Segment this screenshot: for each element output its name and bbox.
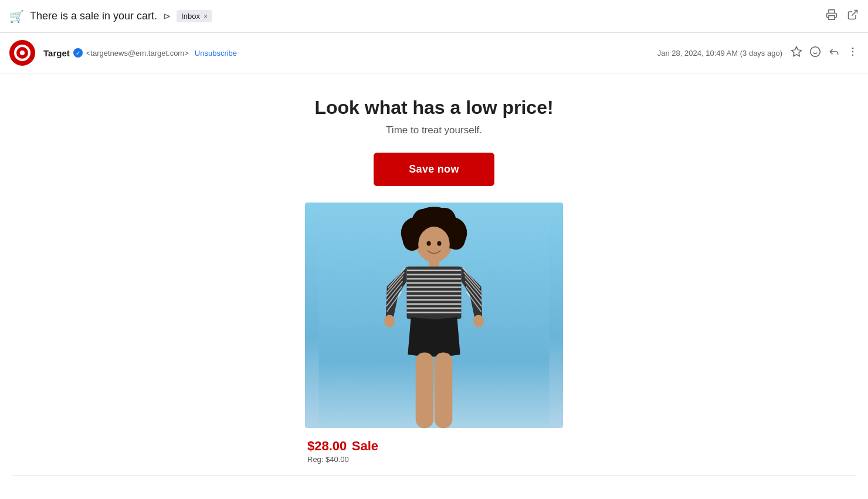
print-icon[interactable] bbox=[826, 9, 838, 23]
top-bar: 🛒 There is a sale in your cart. ⊳ Inbox … bbox=[0, 0, 868, 33]
svg-rect-26 bbox=[407, 282, 462, 284]
price-row: $28.00 Sale bbox=[307, 439, 561, 454]
email-actions bbox=[791, 46, 859, 60]
reply-icon[interactable] bbox=[828, 46, 840, 60]
emoji-icon[interactable] bbox=[809, 46, 821, 60]
target-logo bbox=[9, 40, 35, 66]
sale-label: Sale bbox=[352, 439, 378, 453]
verified-badge: ✓ bbox=[73, 48, 83, 58]
svg-point-6 bbox=[852, 47, 854, 49]
svg-rect-23 bbox=[407, 269, 462, 271]
svg-rect-27 bbox=[407, 286, 462, 288]
top-bar-right bbox=[826, 9, 859, 23]
svg-rect-31 bbox=[407, 304, 462, 305]
svg-rect-0 bbox=[829, 16, 835, 20]
email-headline: Look what has a low price! bbox=[314, 97, 553, 119]
svg-point-20 bbox=[437, 241, 441, 246]
svg-rect-25 bbox=[407, 278, 462, 280]
star-icon[interactable] bbox=[791, 46, 802, 60]
email-meta: Jan 28, 2024, 10:49 AM (3 days ago) bbox=[657, 46, 859, 60]
price-section: $28.00 Sale Reg: $40.00 bbox=[305, 439, 563, 464]
svg-rect-49 bbox=[435, 352, 452, 428]
svg-rect-48 bbox=[416, 352, 433, 428]
email-date: Jan 28, 2024, 10:49 AM (3 days ago) bbox=[657, 49, 782, 58]
svg-rect-28 bbox=[407, 291, 462, 292]
unsubscribe-link[interactable]: Unsubscribe bbox=[195, 49, 237, 58]
svg-line-1 bbox=[852, 11, 857, 16]
sender-section: Target ✓ <targetnews@em.target.com> Unsu… bbox=[9, 40, 237, 66]
svg-marker-2 bbox=[792, 46, 802, 56]
inbox-close-button[interactable]: × bbox=[204, 12, 208, 21]
svg-rect-33 bbox=[407, 312, 462, 313]
svg-rect-24 bbox=[407, 274, 462, 275]
sender-info-block: Target ✓ <targetnews@em.target.com> Unsu… bbox=[43, 48, 237, 58]
svg-rect-29 bbox=[407, 295, 462, 296]
svg-point-46 bbox=[384, 315, 395, 327]
svg-point-3 bbox=[811, 46, 820, 56]
email-body: Look what has a low price! Time to treat… bbox=[0, 73, 868, 499]
target-logo-dot bbox=[20, 50, 25, 55]
sale-price: $28.00 bbox=[307, 439, 347, 453]
sender-email: <targetnews@em.target.com> bbox=[86, 49, 189, 58]
email-subheadline: Time to treat yourself. bbox=[386, 124, 482, 136]
sender-name: Target bbox=[43, 48, 70, 58]
inbox-badge: Inbox × bbox=[177, 10, 212, 22]
svg-point-19 bbox=[426, 241, 430, 246]
cart-icon: 🛒 bbox=[9, 9, 24, 23]
target-logo-ring bbox=[14, 45, 30, 61]
top-bar-left: 🛒 There is a sale in your cart. ⊳ Inbox … bbox=[9, 9, 212, 23]
svg-point-8 bbox=[852, 54, 854, 56]
bottom-divider bbox=[12, 476, 856, 476]
sender-name-row: Target ✓ <targetnews@em.target.com> Unsu… bbox=[43, 48, 237, 58]
verified-check: ✓ bbox=[76, 50, 80, 56]
svg-point-7 bbox=[852, 50, 854, 52]
more-icon[interactable] bbox=[847, 46, 859, 60]
product-image[interactable] bbox=[305, 203, 563, 428]
svg-point-47 bbox=[473, 315, 484, 327]
inbox-label: Inbox bbox=[181, 12, 200, 21]
arrow-icon: ⊳ bbox=[163, 11, 171, 22]
email-header: Target ✓ <targetnews@em.target.com> Unsu… bbox=[0, 33, 868, 73]
svg-rect-30 bbox=[407, 299, 462, 301]
svg-point-18 bbox=[418, 227, 450, 262]
reg-price: Reg: $40.00 bbox=[307, 455, 561, 464]
new-window-icon[interactable] bbox=[847, 9, 859, 23]
svg-rect-32 bbox=[407, 308, 462, 309]
save-now-button[interactable]: Save now bbox=[374, 153, 494, 186]
email-subject: There is a sale in your cart. bbox=[30, 10, 157, 22]
